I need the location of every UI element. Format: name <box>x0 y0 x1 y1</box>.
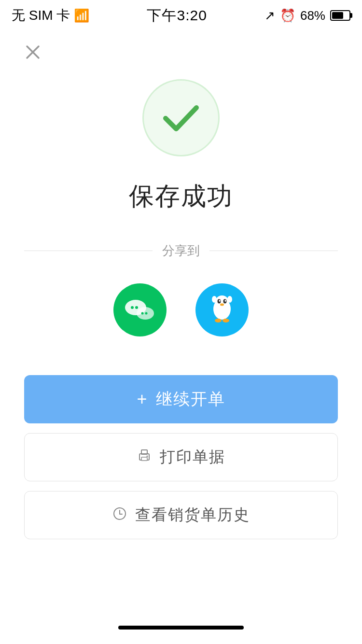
svg-rect-21 <box>141 457 147 461</box>
svg-point-17 <box>215 319 222 322</box>
main-content: 保存成功 分享到 <box>0 31 362 539</box>
battery-icon <box>330 10 350 21</box>
alarm-icon: ⏰ <box>280 8 295 23</box>
svg-point-4 <box>135 306 138 309</box>
wechat-icon <box>124 297 156 323</box>
svg-point-18 <box>223 319 229 322</box>
svg-point-15 <box>212 296 217 303</box>
svg-point-12 <box>219 300 221 302</box>
print-label: 打印单据 <box>160 447 225 468</box>
sim-label: 无 SIM 卡 <box>12 6 70 25</box>
close-button[interactable] <box>19 39 46 66</box>
history-button[interactable]: 查看销货单历史 <box>24 491 338 539</box>
qq-share-button[interactable] <box>195 283 249 336</box>
checkmark-icon <box>162 101 200 135</box>
print-icon <box>137 448 152 467</box>
status-right: ↗ ⏰ 68% <box>265 8 350 23</box>
wechat-share-button[interactable] <box>113 283 167 336</box>
svg-point-13 <box>225 300 226 302</box>
battery-percent: 68% <box>300 8 325 23</box>
continue-order-button[interactable]: + 继续开单 <box>24 375 338 423</box>
print-button[interactable]: 打印单据 <box>24 433 338 481</box>
location-icon: ↗ <box>265 8 275 23</box>
success-title: 保存成功 <box>129 180 233 213</box>
share-divider: 分享到 <box>24 242 338 259</box>
svg-point-3 <box>131 306 134 309</box>
divider-line-left <box>24 251 153 251</box>
status-bar: 无 SIM 卡 📶 下午3:20 ↗ ⏰ 68% <box>0 0 362 31</box>
success-circle <box>142 79 220 156</box>
svg-point-14 <box>220 304 224 306</box>
continue-order-label: 继续开单 <box>156 388 225 410</box>
svg-point-16 <box>227 296 232 303</box>
share-label: 分享到 <box>162 242 200 259</box>
status-time: 下午3:20 <box>147 6 207 26</box>
close-icon <box>24 43 42 61</box>
history-icon <box>112 506 127 525</box>
share-icons <box>113 283 249 336</box>
action-buttons: + 继续开单 打印单据 查看销货单历史 <box>24 375 338 539</box>
qq-icon <box>209 294 236 325</box>
nav-bar <box>0 611 362 644</box>
svg-point-9 <box>215 295 229 309</box>
divider-line-right <box>209 251 338 251</box>
svg-point-7 <box>145 312 148 315</box>
history-label: 查看销货单历史 <box>135 504 250 526</box>
status-left: 无 SIM 卡 📶 <box>12 6 89 25</box>
wifi-icon: 📶 <box>74 8 89 23</box>
svg-point-22 <box>147 455 148 457</box>
svg-point-6 <box>141 312 144 315</box>
home-indicator <box>118 626 244 630</box>
plus-icon: + <box>137 389 148 409</box>
